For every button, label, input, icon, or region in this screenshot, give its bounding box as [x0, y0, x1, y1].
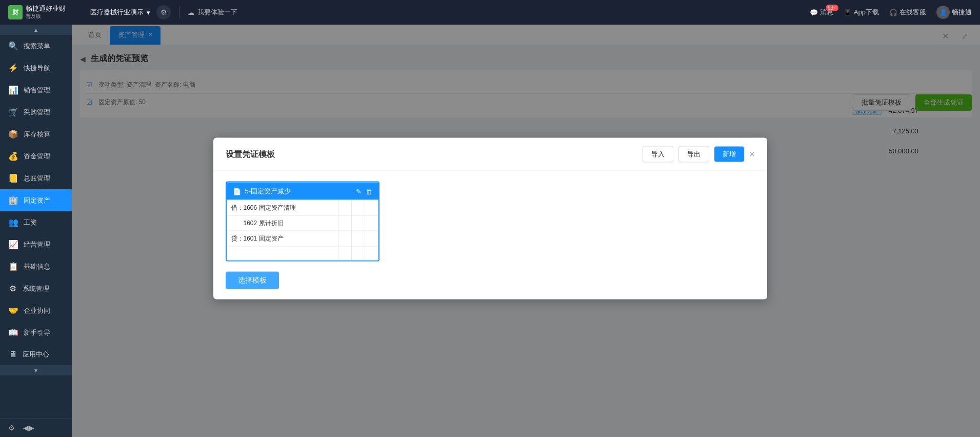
credit-label: 贷：1601 固定资产	[227, 231, 338, 246]
sidebar-item-finance[interactable]: 💰 资金管理	[0, 145, 72, 167]
logo-name: 畅捷通好业财	[26, 5, 66, 13]
sidebar-item-label: 库存核算	[24, 130, 50, 139]
online-service-label: 在线客服	[899, 8, 926, 17]
inventory-icon: 📦	[8, 129, 18, 139]
logo: 财 畅捷通好业财 普及版	[8, 5, 80, 20]
message-icon: 💬	[810, 9, 818, 16]
sidebar-item-system[interactable]: ⚙ 系统管理	[0, 277, 72, 300]
accum-depr-label: 1602 累计折旧	[227, 215, 338, 231]
header: 财 畅捷通好业财 普及版 医疗器械行业演示 ▾ ⚙ ☁ 我要体验一下 💬 消息 …	[0, 0, 980, 25]
template-table-row: 1602 累计折旧	[227, 215, 378, 231]
sidebar-item-inventory[interactable]: 📦 库存核算	[0, 123, 72, 145]
sidebar-item-label: 快捷导航	[24, 64, 50, 73]
lightning-icon: ⚡	[8, 63, 18, 73]
template-table-row: 贷：1601 固定资产	[227, 231, 378, 246]
modal-body: 📄 5-固定资产减少 ✎ 🗑 借：1606 固定资产清理	[213, 171, 767, 300]
sidebar-scroll-down[interactable]: ▼	[0, 365, 72, 375]
sidebar-item-label: 采购管理	[24, 108, 50, 117]
sidebar-item-label: 基础信息	[24, 262, 50, 271]
sidebar-item-label: 系统管理	[23, 284, 49, 293]
debit-label: 借：1606 固定资产清理	[227, 200, 338, 215]
user-profile[interactable]: 👤 畅捷通	[936, 6, 972, 19]
template-table-row	[227, 246, 378, 260]
messages-button[interactable]: 💬 消息 99+	[810, 8, 833, 17]
template-title-area: 📄 5-固定资产减少	[233, 187, 291, 196]
user-name: 畅捷通	[952, 8, 972, 17]
sidebar-item-collab[interactable]: 🤝 企业协同	[0, 300, 72, 322]
settings-bottom-icon[interactable]: ⚙	[8, 424, 15, 432]
sidebar: ▲ 🔍 搜索菜单 ⚡ 快捷导航 📊 销售管理 🛒 采购管理 📦 库存核算 💰 资…	[0, 25, 72, 437]
search-icon: 🔍	[8, 41, 18, 51]
company-selector[interactable]: 医疗器械行业演示 ▾	[90, 8, 150, 17]
template-table: 借：1606 固定资产清理 1602 累计折旧 贷：1601	[227, 200, 378, 261]
purchase-icon: 🛒	[8, 107, 18, 117]
sidebar-item-basics[interactable]: 📋 基础信息	[0, 255, 72, 277]
messages-badge: 99+	[826, 5, 838, 11]
sidebar-item-payroll[interactable]: 👥 工资	[0, 211, 72, 233]
sidebar-item-operations[interactable]: 📈 经营管理	[0, 233, 72, 255]
sidebar-scroll-up[interactable]: ▲	[0, 25, 72, 35]
sidebar-item-label: 工资	[24, 218, 37, 227]
select-template-btn[interactable]: 选择模板	[226, 272, 279, 289]
service-icon: 🎧	[889, 9, 897, 16]
modal-title: 设置凭证模板	[226, 149, 275, 160]
sidebar-item-label: 销售管理	[24, 86, 50, 95]
sidebar-item-purchase[interactable]: 🛒 采购管理	[0, 101, 72, 123]
logo-icon: 财	[8, 5, 23, 19]
sidebar-item-sales[interactable]: 📊 销售管理	[0, 79, 72, 101]
logo-sub: 普及版	[26, 13, 66, 20]
collapse-icon[interactable]: ◀▶	[23, 424, 34, 432]
guide-icon: 📖	[8, 328, 18, 337]
sidebar-item-quicknav[interactable]: ⚡ 快捷导航	[0, 57, 72, 79]
building-icon: 🏢	[8, 195, 18, 205]
modal-header-actions: 导入 导出 新增 ×	[643, 146, 755, 163]
sales-icon: 📊	[8, 85, 18, 95]
apps-icon: 🖥	[8, 350, 17, 359]
finance-icon: 💰	[8, 151, 18, 161]
avatar: 👤	[936, 6, 950, 19]
template-delete-icon[interactable]: 🗑	[366, 187, 372, 195]
settings-button[interactable]: ⚙	[156, 5, 171, 19]
basics-icon: 📋	[8, 262, 18, 271]
sidebar-item-label: 经营管理	[24, 240, 50, 249]
modal-close-btn[interactable]: ×	[749, 149, 755, 160]
sidebar-item-label: 应用中心	[23, 350, 49, 359]
template-actions: ✎ 🗑	[356, 187, 372, 195]
template-table-row: 借：1606 固定资产清理	[227, 200, 378, 215]
template-doc-icon: 📄	[233, 187, 241, 195]
sidebar-item-label: 总账管理	[24, 174, 50, 183]
template-card-header: 📄 5-固定资产减少 ✎ 🗑	[227, 183, 378, 200]
sidebar-item-label: 新手引导	[24, 328, 50, 337]
app-download-button[interactable]: 📱 App下载	[844, 8, 879, 17]
select-template-btn-wrap: 选择模板	[226, 272, 755, 289]
template-edit-icon[interactable]: ✎	[356, 187, 362, 195]
payroll-icon: 👥	[8, 217, 18, 227]
sidebar-item-ledger[interactable]: 📒 总账管理	[0, 167, 72, 189]
download-icon: 📱	[844, 9, 852, 16]
modal-set-template: 设置凭证模板 导入 导出 新增 × 📄 5-固定资产减少 ✎ 🗑	[213, 138, 767, 300]
online-service-button[interactable]: 🎧 在线客服	[889, 8, 926, 17]
system-icon: ⚙	[8, 284, 17, 293]
app-download-label: App下载	[854, 8, 879, 17]
sidebar-bottom: ⚙ ◀▶	[0, 418, 72, 437]
sidebar-item-label: 固定资产	[24, 196, 50, 205]
sidebar-item-fixed-assets[interactable]: 🏢 固定资产	[0, 189, 72, 211]
modal-header: 设置凭证模板 导入 导出 新增 ×	[213, 138, 767, 171]
sidebar-item-search[interactable]: 🔍 搜索菜单	[0, 35, 72, 57]
import-button[interactable]: 导入	[643, 146, 673, 163]
collab-icon: 🤝	[8, 306, 18, 315]
header-center: 医疗器械行业演示 ▾ ⚙ ☁ 我要体验一下	[80, 5, 810, 19]
experience-button[interactable]: ☁ 我要体验一下	[188, 8, 237, 17]
export-button[interactable]: 导出	[678, 146, 709, 163]
sidebar-item-label: 资金管理	[24, 152, 50, 161]
gear-icon: ⚙	[161, 8, 167, 16]
template-name: 5-固定资产减少	[245, 187, 291, 196]
cloud-icon: ☁	[188, 9, 194, 16]
sidebar-item-apps[interactable]: 🖥 应用中心	[0, 344, 72, 365]
template-card-body: 借：1606 固定资产清理 1602 累计折旧 贷：1601	[227, 200, 378, 261]
sidebar-item-label: 搜索菜单	[24, 42, 50, 51]
new-button[interactable]: 新增	[714, 147, 744, 162]
sidebar-item-guide[interactable]: 📖 新手引导	[0, 322, 72, 344]
ledger-icon: 📒	[8, 173, 18, 183]
header-right: 💬 消息 99+ 📱 App下载 🎧 在线客服 👤 畅捷通	[810, 6, 972, 19]
